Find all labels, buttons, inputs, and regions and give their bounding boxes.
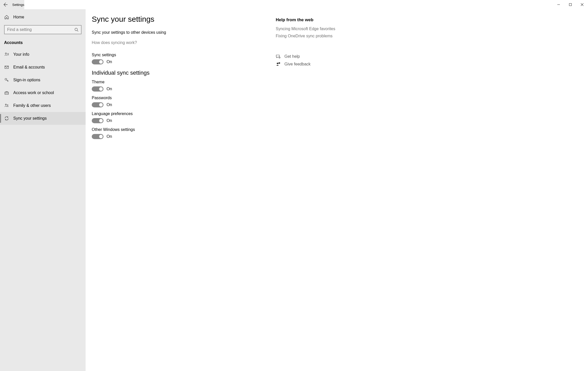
sidebar-item-signin-options[interactable]: Sign-in options	[0, 74, 86, 86]
search-icon	[74, 28, 79, 32]
language-toggle-row: On	[92, 118, 276, 123]
toggle-knob	[99, 135, 103, 138]
get-help-label: Get help	[284, 54, 300, 59]
content: Sync your settings Sync your settings to…	[86, 9, 588, 371]
close-button[interactable]	[576, 0, 588, 9]
minimize-icon	[557, 3, 560, 6]
other-windows-label: Other Windows settings	[92, 127, 276, 132]
aside-column: Help from the web Syncing Microsoft Edge…	[276, 15, 365, 371]
language-label: Language preferences	[92, 111, 276, 116]
sidebar-item-label: Sign-in options	[13, 78, 40, 82]
window-title: Settings	[11, 3, 24, 7]
sidebar-item-label: Email & accounts	[13, 65, 45, 70]
svg-point-9	[5, 78, 7, 80]
maximize-button[interactable]	[564, 0, 576, 9]
give-feedback-link[interactable]: Give feedback	[276, 62, 360, 66]
toggle-knob	[99, 87, 103, 91]
sync-settings-label: Sync settings	[92, 53, 276, 57]
svg-rect-15	[279, 62, 280, 64]
other-windows-toggle-row: On	[92, 134, 276, 139]
sidebar-item-email-accounts[interactable]: Email & accounts	[0, 61, 86, 74]
search-box[interactable]	[4, 25, 82, 34]
briefcase-icon	[4, 91, 9, 95]
passwords-state: On	[107, 103, 112, 107]
search-input[interactable]	[7, 27, 74, 32]
key-icon	[4, 78, 9, 82]
sidebar-item-label: Family & other users	[13, 103, 51, 108]
sidebar-item-label: Your info	[13, 52, 29, 57]
language-state: On	[107, 118, 112, 123]
sidebar-home-label: Home	[13, 15, 24, 19]
window-controls	[553, 0, 588, 9]
svg-point-4	[5, 53, 7, 54]
passwords-label: Passwords	[92, 96, 276, 100]
sidebar: Home Accounts Your info Email & accounts	[0, 9, 86, 371]
sidebar-home[interactable]: Home	[0, 11, 86, 24]
how-syncing-works-link[interactable]: How does syncing work?	[92, 40, 137, 45]
minimize-button[interactable]	[553, 0, 564, 9]
help-link-onedrive[interactable]: Fixing OneDrive sync problems	[276, 34, 360, 38]
sidebar-item-sync[interactable]: Sync your settings	[0, 112, 86, 125]
svg-point-14	[277, 63, 278, 64]
spacer	[276, 41, 360, 49]
search-wrap	[0, 25, 86, 37]
theme-toggle-row: On	[92, 86, 276, 92]
sync-description: Sync your settings to other devices usin…	[92, 30, 276, 35]
your-info-icon	[4, 52, 9, 57]
svg-point-13	[279, 57, 280, 58]
maximize-icon	[569, 3, 572, 6]
theme-label: Theme	[92, 80, 276, 84]
other-windows-state: On	[107, 134, 112, 139]
app-body: Home Accounts Your info Email & accounts	[0, 9, 588, 371]
svg-point-2	[75, 28, 77, 31]
get-help-link[interactable]: Get help	[276, 54, 360, 59]
help-from-web-title: Help from the web	[276, 17, 360, 23]
sync-icon	[4, 116, 9, 121]
individual-section-title: Individual sync settings	[92, 70, 276, 76]
sync-settings-toggle-row: On	[92, 59, 276, 64]
sync-settings-state: On	[107, 60, 112, 64]
language-toggle[interactable]	[92, 118, 103, 123]
back-arrow-icon	[4, 3, 8, 7]
passwords-toggle[interactable]	[92, 102, 103, 107]
toggle-knob	[99, 60, 103, 64]
other-windows-toggle[interactable]	[92, 134, 103, 139]
sync-settings-toggle[interactable]	[92, 59, 103, 64]
family-icon	[4, 103, 9, 108]
sidebar-item-your-info[interactable]: Your info	[0, 48, 86, 61]
toggle-knob	[99, 119, 103, 122]
titlebar-left: Settings	[0, 0, 24, 9]
close-icon	[581, 3, 584, 6]
sidebar-item-access-work[interactable]: Access work or school	[0, 86, 86, 99]
sidebar-item-family[interactable]: Family & other users	[0, 99, 86, 112]
give-feedback-label: Give feedback	[284, 62, 310, 66]
sidebar-item-label: Access work or school	[13, 91, 54, 95]
help-link-edge-favorites[interactable]: Syncing Microsoft Edge favorites	[276, 27, 360, 31]
page-title: Sync your settings	[92, 15, 276, 24]
email-icon	[4, 65, 9, 70]
svg-point-12	[7, 105, 8, 105]
svg-rect-1	[569, 4, 572, 6]
sidebar-category: Accounts	[0, 37, 86, 48]
svg-line-3	[77, 30, 78, 31]
home-icon	[4, 15, 9, 19]
main-column: Sync your settings Sync your settings to…	[92, 15, 276, 371]
titlebar: Settings	[0, 0, 588, 9]
get-help-icon	[276, 54, 280, 59]
back-button[interactable]	[0, 3, 11, 7]
svg-point-11	[5, 104, 6, 105]
sidebar-item-label: Sync your settings	[13, 116, 47, 121]
titlebar-spacer	[24, 0, 553, 9]
passwords-toggle-row: On	[92, 102, 276, 107]
theme-state: On	[107, 87, 112, 91]
toggle-knob	[99, 103, 103, 107]
theme-toggle[interactable]	[92, 86, 103, 92]
feedback-icon	[276, 62, 280, 66]
